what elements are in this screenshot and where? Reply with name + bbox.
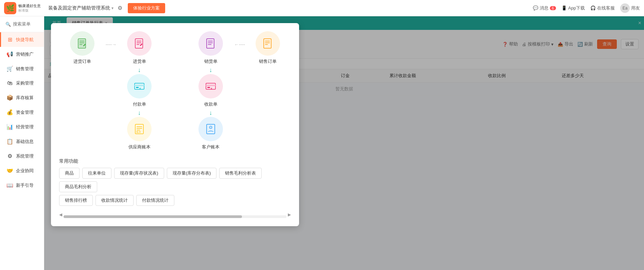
scrollbar-thumb[interactable]	[64, 215, 242, 218]
bag-icon: 🛍	[6, 80, 13, 86]
common-functions-section: 常用功能 商品 往来单位 现存量(库存状况表) 现存量(库存分布表) 销售毛利分…	[59, 158, 291, 206]
top-bar-actions: 💬 消息 6 📱 App下载 🎧 在线客服 Ea 用友	[533, 3, 640, 13]
search-menu-button[interactable]: 🔍 搜索菜单	[3, 20, 41, 29]
func-btn-payment-stats[interactable]: 付款情况统计	[136, 195, 174, 206]
sale-order-icon	[256, 31, 280, 56]
quick-nav-modal: 进货订单 - - - - →	[51, 23, 299, 226]
func-btn-sales-gross[interactable]: 销售毛利分析表	[219, 168, 262, 179]
sidebar-item-marketing[interactable]: 📢 营销推广	[0, 47, 44, 61]
cart-icon: 🛒	[6, 66, 13, 72]
system-title-dropdown-icon[interactable]: ▾	[111, 6, 114, 11]
func-btn-product-gross[interactable]: 商品毛利分析	[59, 181, 97, 192]
svg-point-30	[209, 126, 212, 129]
func-btn-receipt-stats[interactable]: 收款情况统计	[95, 195, 134, 206]
func-btn-stock-dist[interactable]: 现存量(库存分布表)	[167, 168, 217, 179]
grid-icon: ⊞	[6, 36, 13, 43]
sidebar-item-label: 系统管理	[16, 153, 34, 159]
avatar: Ea	[620, 3, 630, 13]
scroll-left-arrow[interactable]: ◀	[59, 212, 62, 217]
user-menu-button[interactable]: Ea 用友	[620, 3, 640, 13]
payment-icon: ¥	[127, 74, 152, 98]
sidebar-item-purchase[interactable]: 🛍 采购管理	[0, 76, 44, 90]
arrow-down-receipt: ↓	[189, 108, 233, 116]
flow-item-supplier-account[interactable]: 账本 供应商账本	[117, 117, 161, 150]
modal-overlay[interactable]: 进货订单 - - - - →	[44, 16, 644, 270]
func-btn-product[interactable]: 商品	[59, 168, 80, 179]
sidebar-search-area[interactable]: 🔍 搜索菜单	[0, 16, 44, 32]
system-title-area: 装备及固定资产辅助管理系统 ▾ ⚙	[48, 5, 122, 11]
sidebar-item-label: 资金管理	[16, 109, 34, 115]
scroll-right-arrow[interactable]: ▶	[288, 212, 291, 217]
search-icon: 🔍	[5, 22, 11, 27]
sidebar-item-sales[interactable]: 🛒 销售管理	[0, 61, 44, 76]
flow-row-2: ¥ 付款单	[58, 74, 292, 107]
svg-text:账本: 账本	[136, 131, 141, 133]
sidebar-item-guide[interactable]: 📖 新手引导	[0, 178, 44, 193]
svg-rect-29	[207, 124, 215, 134]
message-icon: 💬	[533, 5, 538, 11]
sidebar-item-label: 采购管理	[16, 80, 34, 86]
purchase-bill-icon	[127, 31, 152, 56]
svg-rect-0	[78, 39, 86, 48]
supplier-account-label: 供应商账本	[128, 144, 151, 150]
svg-text:¥: ¥	[139, 87, 141, 90]
customer-account-label: 客户账本	[202, 144, 220, 150]
sidebar: 🔍 搜索菜单 ⊞ 快捷导航 📢 营销推广 🛒 销售管理 🛍	[0, 16, 44, 270]
flow-item-purchase-order[interactable]: 进货订单	[60, 31, 104, 65]
sidebar-item-inventory[interactable]: 📦 库存核算	[0, 90, 44, 105]
online-service-button[interactable]: 🎧 在线客服	[590, 5, 615, 11]
arrow-down-sale-bill: ↓	[189, 65, 233, 74]
payment-label: 付款单	[133, 101, 146, 107]
func-btn-row-2: 销售排行榜 收款情况统计 付款情况统计	[59, 195, 291, 206]
message-badge: 6	[550, 6, 556, 10]
func-btn-sales-rank[interactable]: 销售排行榜	[59, 195, 93, 206]
flow-item-payment[interactable]: ¥ 付款单	[117, 74, 161, 107]
func-btn-stock-status[interactable]: 现存量(库存状况表)	[114, 168, 164, 179]
chart-icon: 📊	[6, 124, 13, 130]
arrow-sale-order-to-bill: ← - - - -	[233, 42, 246, 47]
sidebar-item-basic-info[interactable]: 📋 基础信息	[0, 134, 44, 149]
flow-arrows-row-2: ↓ ↓	[58, 107, 292, 117]
settings-icon[interactable]: ⚙	[118, 5, 122, 11]
top-bar: 🌿 畅康通好生意 标准版 装备及固定资产辅助管理系统 ▾ ⚙ 体验行业方案 💬 …	[0, 0, 644, 16]
flow-row-1: 进货订单 - - - - →	[60, 31, 290, 65]
svg-rect-8	[207, 39, 214, 48]
flow-item-sale-order[interactable]: 销售订单	[246, 31, 290, 65]
flow-item-receipt[interactable]: ¥ 收款单	[189, 74, 233, 107]
sidebar-item-system[interactable]: ⚙ 系统管理	[0, 149, 44, 163]
customer-account-icon	[198, 117, 223, 141]
message-button[interactable]: 💬 消息 6	[533, 5, 556, 11]
sidebar-item-operations[interactable]: 📊 经营管理	[0, 120, 44, 134]
flow-item-sale-bill[interactable]: 销货单	[189, 31, 233, 65]
flow-arrows-row: ↓ ↓	[58, 65, 292, 74]
svg-rect-18	[136, 87, 139, 88]
func-btn-partner[interactable]: 往来单位	[82, 168, 111, 179]
modal-scrollbar-container: ◀ ▶	[59, 211, 291, 218]
sidebar-item-enterprise[interactable]: 🤝 企业协同	[0, 163, 44, 178]
sidebar-item-finance[interactable]: 💰 资金管理	[0, 105, 44, 120]
sidebar-item-label: 基础信息	[16, 139, 34, 145]
app-download-button[interactable]: 📱 App下载	[561, 5, 585, 11]
arrow-down-payment: ↓	[117, 108, 161, 116]
try-industry-button[interactable]: 体验行业方案	[128, 3, 165, 13]
sidebar-item-label: 库存核算	[16, 95, 34, 101]
svg-rect-12	[264, 39, 271, 48]
book-icon: 📖	[6, 182, 13, 188]
flow-row-3: 账本 供应商账本	[58, 117, 292, 150]
logo-area: 🌿 畅康通好生意 标准版	[4, 2, 48, 14]
system-title: 装备及固定资产辅助管理系统	[48, 5, 110, 11]
flow-item-purchase-bill[interactable]: 进货单	[117, 31, 161, 65]
sidebar-item-label: 新手引导	[16, 182, 34, 188]
box-icon: 📦	[6, 94, 13, 101]
purchase-bill-label: 进货单	[133, 58, 146, 65]
headset-icon: 🎧	[590, 5, 596, 11]
app-container: 🌿 畅康通好生意 标准版 装备及固定资产辅助管理系统 ▾ ⚙ 体验行业方案 💬 …	[0, 0, 644, 270]
megaphone-icon: 📢	[6, 51, 13, 57]
flow-item-customer-account[interactable]: 客户账本	[189, 117, 233, 150]
gear-icon: ⚙	[6, 153, 13, 159]
arrow-purchase-order-to-bill: - - - - →	[104, 42, 117, 47]
modal-scrollbar[interactable]	[64, 215, 286, 218]
sidebar-item-quick-nav[interactable]: ⊞ 快捷导航	[0, 32, 44, 47]
logo-icon: 🌿	[4, 2, 16, 14]
svg-rect-4	[135, 39, 143, 48]
